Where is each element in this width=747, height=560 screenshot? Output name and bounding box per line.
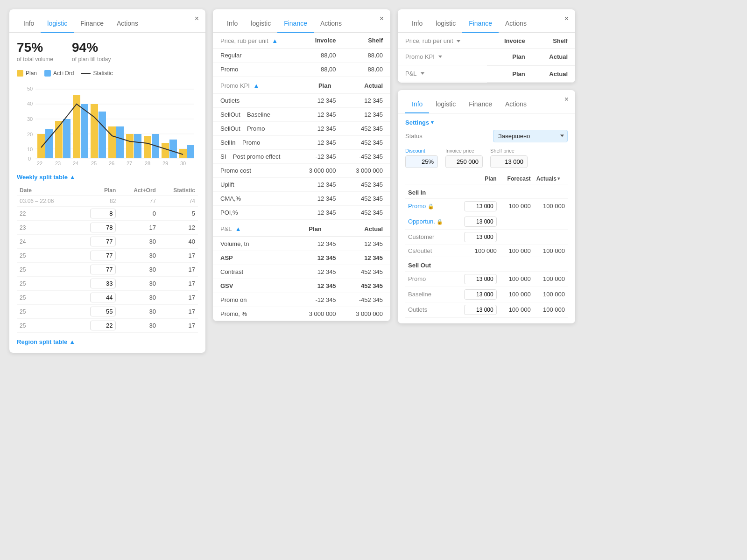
tab-info-1[interactable]: Info — [17, 15, 41, 33]
svg-rect-18 — [144, 136, 151, 158]
svg-rect-24 — [99, 112, 106, 158]
cell-opportun-plan[interactable] — [454, 214, 499, 229]
weekly-split-title[interactable]: Weekly split table ▲ — [17, 174, 198, 181]
cell-date: 23 — [17, 221, 74, 235]
lock-red-icon[interactable]: 🔒 — [428, 203, 434, 210]
tab-info-2[interactable]: Info — [220, 15, 244, 33]
cell-date: 25 — [17, 291, 74, 305]
cell-baseline-plan[interactable] — [454, 287, 499, 302]
tab-finance-3[interactable]: Finance — [462, 15, 499, 33]
tab-logistic-3[interactable]: logistic — [429, 15, 462, 33]
settings-toggle[interactable]: Settings ▾ — [398, 113, 575, 130]
weekly-split-arrow: ▲ — [70, 174, 76, 181]
promo-kpi-dropdown-arrow — [438, 56, 442, 58]
kpi-plan-today: 94% of plan till today — [72, 40, 111, 63]
close-button-1[interactable]: × — [195, 15, 199, 22]
col-empty — [405, 174, 454, 184]
tab-actions-3[interactable]: Actions — [499, 15, 533, 33]
cell-plan-input[interactable] — [74, 249, 119, 263]
lock-blue-icon[interactable]: 🔒 — [437, 219, 443, 225]
cell-act: 30 — [119, 263, 159, 277]
svg-rect-26 — [134, 134, 141, 158]
svg-rect-21 — [45, 129, 53, 158]
opportun-plan-input[interactable] — [464, 217, 497, 227]
cell-act: 30 — [119, 277, 159, 291]
promo-out-plan-input[interactable] — [464, 274, 497, 284]
plan-input[interactable] — [90, 237, 116, 246]
cell-promo-shelf: 88,00 — [344, 63, 390, 77]
baseline-plan-input[interactable] — [464, 289, 497, 300]
opportun-link[interactable]: Opportun. — [408, 218, 435, 225]
cell-plan-input[interactable] — [74, 277, 119, 291]
cell-plan-input[interactable] — [74, 319, 119, 333]
panel1-body: 75% of total volume 94% of plan till tod… — [9, 33, 205, 353]
col-act-ord: Act+Ord — [119, 185, 159, 196]
tab-finance-4[interactable]: Finance — [462, 96, 499, 113]
tab-logistic-4[interactable]: logistic — [429, 96, 462, 113]
col-date: Date — [17, 185, 74, 196]
plan-input[interactable] — [90, 293, 116, 302]
panel2-tabs: Info logistic Finance Actions — [220, 15, 348, 32]
cell-cma-plan: 12 345 — [296, 192, 343, 206]
kpi-total-volume: 75% of total volume — [17, 40, 53, 63]
tab-actions-4[interactable]: Actions — [499, 96, 533, 113]
table-row: 23 17 12 — [17, 221, 198, 235]
sell-out-header: Sell Out — [405, 257, 568, 271]
status-select[interactable]: Завершено — [493, 130, 568, 142]
cell-plan-input[interactable] — [74, 291, 119, 305]
tab-info-3[interactable]: Info — [405, 15, 429, 33]
table-row: Regular 88,00 88,00 — [213, 49, 390, 63]
cell-plan-input[interactable] — [74, 235, 119, 249]
table-row: Cs/outlet 100 000 100 000 100 000 — [405, 245, 568, 257]
cell-plan-input[interactable] — [74, 263, 119, 277]
cell-sellout-promo-plan: 12 345 — [296, 122, 343, 136]
pl-toggle[interactable]: ▲ — [235, 225, 241, 232]
invoice-price-input[interactable] — [445, 155, 483, 168]
customer-plan-input[interactable] — [464, 232, 497, 242]
tab-info-4[interactable]: Info — [405, 96, 429, 113]
promo-link[interactable]: Promo — [408, 203, 426, 210]
kpi-plan-today-value: 94% — [72, 40, 111, 55]
cell-volume-actual: 12 345 — [344, 237, 390, 251]
plan-input[interactable] — [90, 223, 116, 232]
sell-in-label: Sell In — [405, 184, 568, 198]
cell-promo-out-plan[interactable] — [454, 271, 499, 287]
plan-input[interactable] — [90, 321, 116, 330]
cell-promo-plan[interactable] — [454, 198, 499, 214]
tab-logistic-1[interactable]: logistic — [41, 15, 74, 33]
tab-logistic-2[interactable]: logistic — [244, 15, 277, 33]
actuals-chevron-icon[interactable]: ▾ — [557, 176, 560, 181]
tab-actions-2[interactable]: Actions — [314, 15, 348, 33]
shelf-price-input[interactable] — [490, 155, 528, 168]
cell-outlets-out-plan[interactable] — [454, 302, 499, 317]
cell-gsv-plan: 12 345 — [296, 279, 343, 293]
cell-date: 25 — [17, 305, 74, 319]
close-button-2[interactable]: × — [380, 15, 384, 22]
plan-input[interactable] — [90, 251, 116, 260]
region-split-link[interactable]: Region split table ▲ — [17, 338, 198, 345]
close-button-3[interactable]: × — [564, 15, 569, 22]
tab-actions-1[interactable]: Actions — [110, 15, 145, 33]
plan-input[interactable] — [90, 279, 116, 288]
svg-text:23: 23 — [55, 161, 61, 166]
tab-finance-1[interactable]: Finance — [74, 15, 110, 33]
cell-plan-input[interactable] — [74, 207, 119, 221]
discount-input[interactable] — [405, 155, 438, 168]
table-row: SellOut – Promo 12 345 452 345 — [213, 122, 390, 136]
promo-kpi-toggle[interactable]: ▲ — [253, 82, 259, 89]
cell-cma-actual: 452 345 — [344, 192, 390, 206]
cell-promo-cost: Promo cost — [213, 164, 296, 178]
cell-plan-input[interactable] — [74, 221, 119, 235]
weekly-split-table: Date Plan Act+Ord Statistic 03.06 – 22.0… — [17, 185, 198, 333]
outlets-out-plan-input[interactable] — [464, 305, 497, 315]
plan-input[interactable] — [90, 265, 116, 274]
svg-text:50: 50 — [27, 86, 33, 91]
tab-finance-2[interactable]: Finance — [277, 15, 314, 33]
plan-input[interactable] — [90, 209, 116, 218]
promo-plan-input[interactable] — [464, 201, 497, 211]
close-button-4[interactable]: × — [564, 96, 569, 103]
cell-plan-input[interactable] — [74, 305, 119, 319]
cell-customer-plan[interactable] — [454, 229, 499, 245]
price-toggle-icon[interactable]: ▲ — [272, 37, 278, 44]
plan-input[interactable] — [90, 307, 116, 316]
